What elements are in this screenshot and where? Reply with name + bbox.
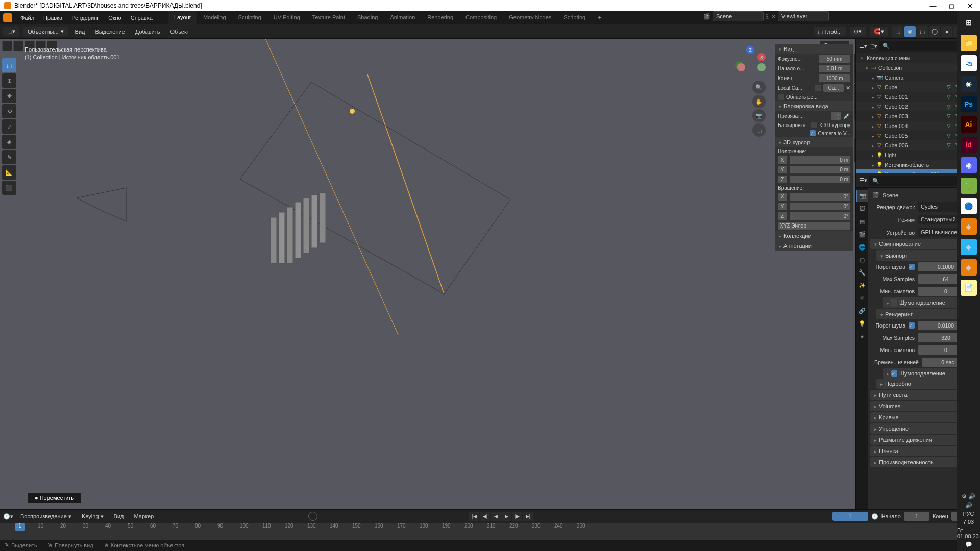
camera-icon[interactable]: 📷 bbox=[752, 109, 766, 122]
menu-file[interactable]: Файл bbox=[16, 13, 38, 23]
shading-wire-icon[interactable]: ◯ bbox=[929, 26, 940, 37]
n-section-cursor[interactable]: 3D-курсор bbox=[775, 137, 853, 147]
store-icon[interactable]: 🛍 bbox=[961, 55, 977, 71]
indesign-icon[interactable]: Id bbox=[961, 137, 977, 153]
camtoview-check[interactable]: ✓ bbox=[810, 130, 816, 136]
menu-render[interactable]: Рендеринг bbox=[67, 13, 103, 23]
props-tab-material[interactable]: ● bbox=[856, 330, 868, 342]
move-tool[interactable]: ✥ bbox=[2, 89, 16, 103]
cursor-y[interactable]: 0 m bbox=[790, 166, 850, 173]
n-section-lock[interactable]: Блокировка вида bbox=[775, 101, 853, 111]
timeline-track[interactable]: 1 01020304050607080901001101201301401501… bbox=[0, 523, 980, 540]
props-tab-physics[interactable]: ⚛ bbox=[856, 292, 868, 304]
blender-task-icon[interactable]: ◆ bbox=[961, 259, 977, 276]
timeline-type-icon[interactable]: 🕐▾ bbox=[3, 513, 13, 520]
autokey-icon[interactable] bbox=[308, 512, 317, 521]
steam-icon[interactable]: ◉ bbox=[961, 76, 977, 92]
tab-layout[interactable]: Layout bbox=[168, 11, 197, 24]
pivot-dropdown[interactable]: ⊙▾ bbox=[850, 27, 866, 36]
noise-check[interactable]: ✓ bbox=[909, 264, 915, 270]
volume-icon[interactable]: 🔊 bbox=[965, 502, 972, 509]
scale-tool[interactable]: ⤢ bbox=[2, 119, 16, 134]
denoise-check[interactable] bbox=[891, 299, 897, 306]
clear-icon[interactable]: ✕ bbox=[846, 85, 850, 91]
cursor-ry[interactable]: 0° bbox=[790, 203, 850, 210]
annotate-tool[interactable]: ✎ bbox=[2, 150, 16, 164]
xray-icon[interactable]: ⬚ bbox=[917, 26, 928, 37]
props-tab-constraint[interactable]: 🔗 bbox=[856, 305, 868, 317]
props-tab-output[interactable]: 🖼 bbox=[856, 203, 868, 215]
start-input[interactable]: 1 bbox=[904, 512, 929, 521]
blender-logo-icon[interactable] bbox=[3, 13, 12, 22]
3d-viewport[interactable]: ⬚ ⊕ ✥ ⟲ ⤢ ◈ ✎ 📐 ⬛ Пользовательская персп… bbox=[0, 39, 855, 509]
illustrator-icon[interactable]: Ai bbox=[961, 116, 977, 133]
menu-edit[interactable]: Правка bbox=[39, 13, 66, 23]
menu-object[interactable]: Объект bbox=[167, 27, 192, 36]
props-tab-particle[interactable]: ✨ bbox=[856, 279, 868, 291]
lockobj-input[interactable]: ⬚ bbox=[831, 112, 841, 120]
transform-tool[interactable]: ◈ bbox=[2, 135, 16, 149]
jump-start-icon[interactable]: |◀ bbox=[469, 512, 479, 521]
scene-name-input[interactable] bbox=[713, 11, 764, 21]
menu-view[interactable]: Вид bbox=[72, 27, 88, 36]
cursor-rz[interactable]: 0° bbox=[790, 212, 850, 220]
select-mode-icon[interactable] bbox=[13, 41, 23, 51]
lockcursor-check[interactable] bbox=[811, 122, 817, 128]
windows-icon[interactable]: ⊞ bbox=[961, 14, 977, 31]
close-button[interactable]: ✕ bbox=[964, 1, 976, 11]
tab-animation[interactable]: Animation bbox=[384, 11, 421, 24]
folder-icon[interactable]: 📁 bbox=[961, 35, 977, 51]
menu-add[interactable]: Добавить bbox=[132, 27, 163, 36]
props-tab-scene[interactable]: 🎬 bbox=[856, 228, 868, 240]
app-icon[interactable]: ◆ bbox=[961, 239, 977, 255]
tab-sculpting[interactable]: Sculpting bbox=[232, 11, 267, 24]
rdenoise-check[interactable]: ✓ bbox=[891, 370, 897, 377]
scene-new-icon[interactable]: ⎘ bbox=[766, 13, 769, 19]
viewlayer-input[interactable] bbox=[778, 11, 829, 21]
tray-icon[interactable]: ⚙ 🔊 bbox=[962, 493, 975, 500]
n-tab-view[interactable]: Вид bbox=[854, 120, 855, 138]
lang-indicator[interactable]: РУС bbox=[963, 511, 974, 517]
menu-help[interactable]: Справка bbox=[127, 13, 157, 23]
clock-icon[interactable]: 🕐 bbox=[871, 513, 878, 520]
props-tab-render[interactable]: 📷 bbox=[856, 190, 868, 202]
n-tab-create[interactable]: Create bbox=[854, 138, 855, 162]
keyframe-next-icon[interactable]: |▶ bbox=[512, 512, 522, 521]
play-rev-icon[interactable]: ◀ bbox=[491, 512, 501, 521]
cursor-tool[interactable]: ⊕ bbox=[2, 73, 16, 88]
tab-add[interactable]: + bbox=[592, 11, 607, 24]
maximize-button[interactable]: ◻ bbox=[945, 1, 958, 11]
focal-input[interactable]: 50 mm bbox=[819, 55, 850, 63]
clipend-input[interactable]: 1000 m bbox=[819, 74, 850, 82]
photoshop-icon[interactable]: Ps bbox=[961, 96, 977, 112]
orientation-dropdown[interactable]: ⬚ Глоб... bbox=[814, 27, 846, 36]
minimize-button[interactable]: — bbox=[927, 1, 939, 11]
eyedrop-icon[interactable]: 💉 bbox=[843, 113, 850, 119]
localcam-check[interactable] bbox=[815, 85, 821, 91]
zoom-icon[interactable]: 🔍 bbox=[752, 81, 766, 94]
props-tab-viewlayer[interactable]: ▤ bbox=[856, 215, 868, 228]
tab-geonodes[interactable]: Geometry Nodes bbox=[503, 11, 557, 24]
cursor-z[interactable]: 0 m bbox=[790, 176, 850, 183]
scene-del-icon[interactable]: ✕ bbox=[771, 13, 776, 20]
chrome-icon[interactable]: 🔵 bbox=[961, 198, 977, 214]
pan-icon[interactable]: ✋ bbox=[752, 95, 766, 108]
rotate-tool[interactable]: ⟲ bbox=[2, 104, 16, 118]
outliner-display-icon[interactable]: ⬚▾ bbox=[869, 43, 877, 49]
mode-dropdown[interactable]: Объектны...▾ bbox=[23, 27, 68, 36]
menu-window[interactable]: Окно bbox=[104, 13, 126, 23]
tab-rendering[interactable]: Rendering bbox=[421, 11, 459, 24]
snap-dropdown[interactable]: 🧲▾ bbox=[870, 27, 888, 36]
jump-end-icon[interactable]: ▶| bbox=[523, 512, 533, 521]
tab-compositing[interactable]: Compositing bbox=[459, 11, 503, 24]
shading-solid-icon[interactable]: ● bbox=[941, 26, 952, 37]
select-mode-icon[interactable] bbox=[2, 41, 12, 51]
blender-task-icon[interactable]: ◆ bbox=[961, 218, 977, 235]
persp-icon[interactable]: ⬚ bbox=[752, 123, 766, 137]
select-tool[interactable]: ⬚ bbox=[2, 58, 16, 72]
rnoise-check[interactable]: ✓ bbox=[909, 322, 915, 329]
n-section-coll[interactable]: Коллекции bbox=[775, 231, 853, 241]
discord-icon[interactable]: ◉ bbox=[961, 157, 977, 173]
tl-playback[interactable]: Воспроизведение ▾ bbox=[17, 512, 75, 521]
keyframe-prev-icon[interactable]: ◀| bbox=[480, 512, 490, 521]
